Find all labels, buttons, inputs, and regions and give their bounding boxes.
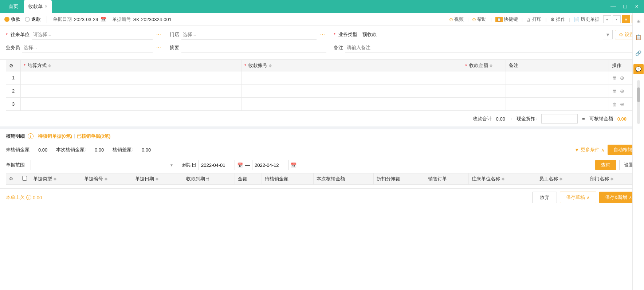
scrollbar-thumb — [637, 87, 640, 102]
th-settlement: * 结算方式 — [21, 60, 242, 71]
calendar-icon[interactable]: 📅 — [101, 17, 106, 22]
select-arrow-icon: ▼ — [170, 163, 173, 167]
th-settings[interactable]: ⚙ — [6, 60, 21, 71]
uncancelled-value: 0.00 — [38, 147, 47, 153]
nav-prev-prev[interactable]: « — [603, 15, 611, 23]
tab-bar: 首页 收款单 × — □ × — [0, 0, 644, 13]
print-action[interactable]: 🖨 打印 — [526, 16, 542, 23]
partner-field: * 往来单位 ··· — [6, 30, 162, 40]
bth-type: 单据类型 — [30, 173, 81, 185]
shortcut-action[interactable]: 📋 快捷键 — [495, 16, 518, 23]
row-1-remark[interactable] — [506, 71, 609, 85]
bth-discount: 折扣分摊额 — [373, 173, 425, 185]
sidebar-doc-icon[interactable]: 📋 — [633, 32, 644, 42]
row-3-settlement[interactable] — [21, 98, 242, 111]
info-circle-icon[interactable]: i — [26, 195, 31, 200]
save-draft-btn[interactable]: 保存草稿 ∧ — [560, 192, 596, 203]
total-label: 收款合计 — [473, 115, 492, 122]
biz-type-dropdown[interactable]: ▼ — [603, 30, 613, 39]
history-action[interactable]: 📄 历史单据 — [574, 16, 600, 23]
row-2-amount[interactable] — [462, 85, 506, 98]
page-footer: 本单上欠 i 0.00 放弃 保存草稿 ∧ 保存&新增 ∧ — [0, 188, 644, 206]
row-3-remark[interactable] — [506, 98, 609, 111]
summary-row: 收款合计 0.00 + 现金折扣: = 可核销金额 0.00 — [0, 111, 644, 126]
calendar-from-icon[interactable]: 📅 — [237, 162, 243, 168]
tab-home[interactable]: 首页 — [3, 0, 24, 13]
nav-prev[interactable]: ‹ — [613, 15, 621, 23]
receipt-table: ⚙ * 结算方式 * — [6, 60, 638, 111]
row-1-account[interactable] — [241, 71, 462, 85]
discount-input[interactable] — [541, 114, 578, 124]
row-3-amount[interactable] — [462, 98, 506, 111]
range-select[interactable] — [31, 160, 85, 170]
row-2-account[interactable] — [241, 85, 462, 98]
staff-field: 业务员 ··· — [6, 43, 162, 53]
abandon-btn[interactable]: 放弃 — [532, 192, 557, 203]
footer-info: 本单上欠 i 0.00 — [6, 194, 42, 201]
partner-required-mark: * — [6, 32, 8, 38]
radio-refund[interactable]: 退款 — [25, 16, 41, 23]
radio-receipt-label: 收款 — [11, 16, 20, 23]
date-to-input[interactable] — [252, 160, 288, 170]
store-more-btn[interactable]: ··· — [319, 31, 326, 38]
staff-more-btn[interactable]: ··· — [155, 44, 162, 51]
minimize-btn[interactable]: — — [609, 3, 618, 10]
footer-info-label: 本单上欠 — [6, 194, 25, 201]
bth-gear[interactable]: ⚙ — [6, 173, 19, 185]
row-2-delete-icon[interactable]: 🗑 — [612, 88, 617, 94]
form-row-2: 业务员 ··· 摘要 备注 — [6, 43, 638, 53]
row-1-delete-icon[interactable]: 🗑 — [612, 75, 617, 81]
number-label: 单据编号 — [112, 16, 131, 23]
shortcut-icon: 📋 — [495, 17, 503, 22]
date-from-input[interactable] — [199, 160, 235, 170]
store-input[interactable] — [181, 30, 317, 40]
staff-label: 业务员 — [6, 44, 20, 51]
summary-field: 摘要 — [170, 43, 326, 53]
bottom-table-area: ⚙ 单据类型 单据编号 — [6, 173, 638, 185]
sort-settlement[interactable] — [48, 64, 51, 67]
row-num-3: 3 — [6, 98, 21, 111]
row-1-settlement[interactable] — [21, 71, 242, 85]
row-3-copy-icon[interactable]: ⊕ — [620, 101, 624, 107]
sidebar-table-icon[interactable]: ⊞ — [633, 16, 644, 26]
calendar-to-icon[interactable]: 📅 — [291, 162, 297, 168]
pending-tab[interactable]: 待核销单据(0笔) — [36, 133, 74, 140]
operation-action[interactable]: ⚙ 操作 — [550, 16, 565, 23]
video-action[interactable]: ⊙ 视频 — [449, 16, 464, 23]
row-2-copy-icon[interactable]: ⊕ — [620, 88, 624, 94]
bth-checkbox[interactable] — [19, 173, 30, 185]
row-1-copy-icon[interactable]: ⊕ — [620, 75, 624, 81]
info-icon[interactable]: i — [28, 133, 34, 139]
row-1-amount[interactable] — [462, 71, 506, 85]
toolbar-right: ⊙ 视频 | ⊙ 帮助 | 📋 快捷键 | 🖨 打印 | ⚙ 操作 — [449, 15, 640, 23]
row-3-account[interactable] — [241, 98, 462, 111]
date-value: 2023-03-24 — [74, 17, 98, 22]
query-btn[interactable]: 查询 — [595, 160, 616, 170]
row-2-settlement[interactable] — [21, 85, 242, 98]
th-account: * 收款账号 — [241, 60, 462, 71]
sort-account[interactable] — [269, 64, 272, 67]
sidebar-link-icon[interactable]: 🔗 — [633, 48, 644, 58]
tab-close-btn[interactable]: × — [45, 0, 47, 13]
partner-more-btn[interactable]: ··· — [155, 31, 162, 38]
select-all-checkbox[interactable] — [22, 176, 27, 181]
remark-input[interactable] — [345, 43, 638, 53]
nav-list[interactable]: ≡ — [622, 15, 630, 23]
sidebar-scrollbar[interactable] — [637, 80, 640, 124]
toolbar-divider-1 — [47, 16, 47, 23]
tab-active[interactable]: 收款单 × — [24, 0, 52, 13]
help-action[interactable]: ⊙ 帮助 — [472, 16, 487, 23]
sidebar-chat-icon[interactable]: 💬 — [633, 64, 644, 74]
radio-receipt[interactable]: 收款 — [4, 16, 20, 23]
partner-input[interactable] — [32, 30, 153, 40]
close-btn[interactable]: × — [632, 3, 641, 10]
sort-amount[interactable] — [490, 64, 492, 67]
more-conditions-btn[interactable]: ▼ 更多条件 ∧ — [574, 146, 605, 153]
row-2-remark[interactable] — [506, 85, 609, 98]
row-3-delete-icon[interactable]: 🗑 — [612, 101, 617, 107]
bth-staff: 员工名称 — [536, 173, 587, 185]
summary-input[interactable] — [181, 43, 326, 53]
maximize-btn[interactable]: □ — [621, 3, 629, 10]
done-tab[interactable]: 已核销单据(0笔) — [75, 133, 112, 140]
staff-input[interactable] — [22, 43, 153, 53]
